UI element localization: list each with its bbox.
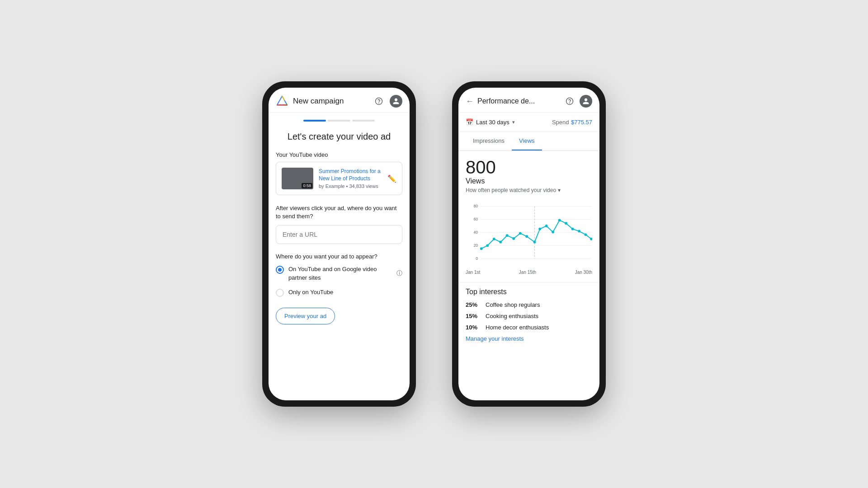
tab-views[interactable]: Views xyxy=(512,132,542,150)
phone2-content: 📅 Last 30 days ▾ Spend $775.57 Impressio… xyxy=(458,113,599,400)
video-info: Summer Promotions for a New Line of Prod… xyxy=(319,168,382,189)
svg-point-7 xyxy=(570,103,570,103)
video-title: Summer Promotions for a New Line of Prod… xyxy=(319,168,382,182)
metric-description[interactable]: How often people watched your video ▾ xyxy=(466,187,592,193)
progress-step-1 xyxy=(303,120,326,122)
interest-row-2: 10% Home decor enthusiasts xyxy=(466,324,592,331)
date-picker[interactable]: 📅 Last 30 days ▾ xyxy=(466,118,515,126)
help-button[interactable] xyxy=(373,95,385,108)
svg-text:80: 80 xyxy=(473,204,478,208)
svg-point-20 xyxy=(486,244,489,247)
svg-point-34 xyxy=(578,230,580,233)
svg-text:20: 20 xyxy=(473,243,478,248)
user-avatar[interactable] xyxy=(390,95,402,108)
preview-ad-button[interactable]: Preview your ad xyxy=(276,308,335,324)
radio-youtube-partners-indicator xyxy=(276,266,284,274)
back-button[interactable]: ← xyxy=(466,97,474,106)
metric-desc-text: How often people watched your video xyxy=(466,187,556,193)
progress-step-2 xyxy=(328,120,350,122)
chart-container: 80 60 40 20 0 xyxy=(458,197,599,282)
svg-point-21 xyxy=(493,238,495,240)
views-chart: 80 60 40 20 0 xyxy=(466,201,592,266)
interest-name-2: Home decor enthusiasts xyxy=(486,324,549,331)
progress-step-3 xyxy=(352,120,375,122)
svg-point-30 xyxy=(552,231,554,234)
destination-label: After viewers click your ad, where do yo… xyxy=(276,204,402,221)
chart-x-labels: Jan 1st Jan 15th Jan 30th xyxy=(466,268,592,275)
dropdown-arrow-icon: ▾ xyxy=(512,119,515,125)
svg-point-25 xyxy=(519,232,522,235)
manage-interests-link[interactable]: Manage your interests xyxy=(466,335,592,342)
phone2-user-avatar[interactable] xyxy=(580,95,592,108)
placement-label: Where do you want your ad to appear? xyxy=(276,253,402,260)
svg-point-28 xyxy=(538,228,541,230)
svg-point-32 xyxy=(565,222,567,225)
spend-info: Spend $775.57 xyxy=(552,118,592,126)
chart-label-jan15: Jan 15th xyxy=(519,270,536,275)
phone1-header: New campaign xyxy=(269,88,410,113)
svg-point-26 xyxy=(525,235,528,238)
phone1-title: New campaign xyxy=(293,97,368,106)
chevron-down-icon: ▾ xyxy=(558,187,561,193)
google-ads-logo xyxy=(276,95,288,108)
edit-video-icon[interactable]: ✏️ xyxy=(387,174,396,183)
phone2-title: Performance de... xyxy=(477,97,560,105)
date-range: Last 30 days xyxy=(476,119,509,126)
tab-impressions[interactable]: Impressions xyxy=(466,132,512,150)
svg-marker-1 xyxy=(277,96,287,105)
interest-name-1: Cooking enthusiasts xyxy=(486,313,538,319)
video-thumbnail: 0:58 xyxy=(282,168,313,189)
svg-point-5 xyxy=(379,103,379,103)
interest-pct-1: 15% xyxy=(466,313,480,319)
svg-point-24 xyxy=(512,237,515,240)
video-duration: 0:58 xyxy=(302,183,312,188)
svg-marker-0 xyxy=(277,96,287,105)
metric-number: 800 xyxy=(466,158,592,176)
phone2-header: ← Performance de... xyxy=(458,88,599,113)
interest-row-1: 15% Cooking enthusiasts xyxy=(466,313,592,319)
svg-marker-2 xyxy=(277,96,287,105)
metric-name: Views xyxy=(466,177,592,185)
url-input[interactable] xyxy=(276,225,402,244)
radio-option-youtube-partners[interactable]: On YouTube and on Google video partner s… xyxy=(276,265,402,282)
interest-pct-0: 25% xyxy=(466,301,480,308)
svg-point-19 xyxy=(480,247,483,250)
svg-point-23 xyxy=(506,234,509,237)
svg-point-22 xyxy=(499,241,502,244)
radio-youtube-partners-label: On YouTube and on Google video partner s… xyxy=(288,265,402,282)
video-card: 0:58 Summer Promotions for a New Line of… xyxy=(276,162,402,195)
svg-text:60: 60 xyxy=(473,217,478,221)
radio-option-youtube-only[interactable]: Only on YouTube xyxy=(276,288,402,297)
tabs-row: Impressions Views xyxy=(458,132,599,151)
interests-section: Top interests 25% Coffee shop regulars 1… xyxy=(458,282,599,347)
svg-point-31 xyxy=(558,219,561,222)
chart-label-jan1: Jan 1st xyxy=(466,270,480,275)
top-interests-title: Top interests xyxy=(466,288,592,296)
svg-text:0: 0 xyxy=(476,256,478,261)
phone2-performance: ← Performance de... 📅 Last 30 days ▾ xyxy=(452,81,606,407)
page-title: Let's create your video ad xyxy=(276,131,402,142)
phone2-help-button[interactable] xyxy=(563,95,576,108)
phone1-new-campaign: New campaign Let's create your video xyxy=(262,81,416,407)
spend-value: $775.57 xyxy=(571,119,592,126)
radio-youtube-only-indicator xyxy=(276,289,284,297)
chart-label-jan30: Jan 30th xyxy=(575,270,592,275)
progress-bar xyxy=(276,120,402,122)
spend-label: Spend xyxy=(552,119,569,126)
svg-point-29 xyxy=(545,225,548,227)
video-meta: by Example • 34,833 views xyxy=(319,183,382,189)
svg-point-27 xyxy=(533,241,536,244)
interest-row-0: 25% Coffee shop regulars xyxy=(466,301,592,308)
youtube-video-label: Your YouTube video xyxy=(276,151,402,158)
calendar-icon: 📅 xyxy=(466,118,473,126)
interest-name-0: Coffee shop regulars xyxy=(486,301,540,308)
metric-section: 800 Views How often people watched your … xyxy=(458,151,599,197)
info-icon-partners[interactable]: ⓘ xyxy=(396,269,402,277)
svg-text:40: 40 xyxy=(473,230,478,235)
performance-top-bar: 📅 Last 30 days ▾ Spend $775.57 xyxy=(458,113,599,132)
phone1-content: Let's create your video ad Your YouTube … xyxy=(269,113,410,400)
radio-youtube-only-label: Only on YouTube xyxy=(288,288,333,296)
svg-point-35 xyxy=(585,233,587,236)
interest-pct-2: 10% xyxy=(466,324,480,331)
svg-point-33 xyxy=(571,228,574,230)
